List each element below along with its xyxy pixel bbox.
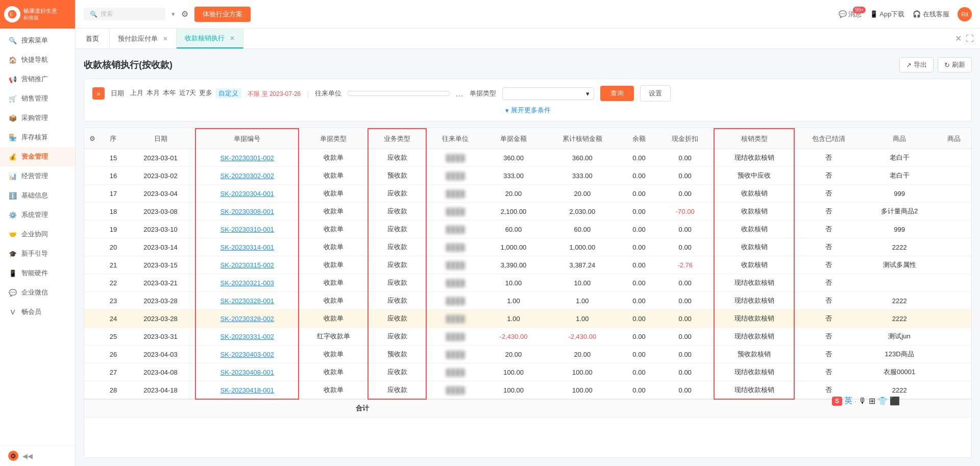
sidebar-item-basic[interactable]: ℹ️ 基础信息 <box>0 186 75 205</box>
date-link-this-month[interactable]: 本月 <box>146 88 160 99</box>
logo-sub: 标推版 <box>23 14 57 21</box>
table-cell: 0.00 <box>622 256 657 274</box>
member-icon: V <box>8 307 17 316</box>
sidebar-logo: 6 畅康道好生意 标推版 <box>0 0 75 29</box>
table-cell: ████ <box>426 256 484 274</box>
headset-icon: 🎧 <box>913 10 921 18</box>
table-cell: 否 <box>794 310 863 328</box>
logo-icon: 6 <box>4 6 20 22</box>
sidebar-item-finance[interactable]: 💰 资金管理 <box>0 147 75 166</box>
online-service[interactable]: 🎧 在线客服 <box>913 10 949 19</box>
table-cell: 2023-03-28 <box>126 292 195 310</box>
table-row: 282023-04-18SK-20230418-001收款单应收款████100… <box>84 381 971 400</box>
user-avatar[interactable]: Rit <box>958 7 972 21</box>
th-settings[interactable]: ⚙ <box>84 129 101 149</box>
table-cell: 收款单 <box>299 149 368 167</box>
date-link-more[interactable]: 更多 <box>199 88 212 99</box>
verify-type-cell: 现结收款核销 <box>714 274 794 292</box>
topbar-search[interactable]: 🔍 搜索 <box>84 8 165 20</box>
bill-no-cell[interactable]: SK-20230408-001 <box>195 363 299 381</box>
sidebar-item-member[interactable]: V 畅会员 <box>0 302 75 322</box>
table-cell: 否 <box>794 328 863 346</box>
tab-home[interactable]: 首页 <box>76 29 110 48</box>
settings-button[interactable]: 设置 <box>640 85 671 102</box>
bill-no-cell[interactable]: SK-20230315-002 <box>195 256 299 274</box>
sidebar-item-marketing[interactable]: 📢 营销推广 <box>0 69 75 89</box>
bill-no-cell[interactable]: SK-20230331-002 <box>195 328 299 346</box>
table-cell: 2023-03-01 <box>126 149 195 167</box>
bill-no-cell[interactable]: SK-20230403-002 <box>195 346 299 363</box>
table-cell: 2222 <box>863 310 936 328</box>
sidebar-item-corp[interactable]: 🤝 企业协同 <box>0 225 75 244</box>
bill-no-cell[interactable]: SK-20230310-001 <box>195 220 299 238</box>
partner-input[interactable] <box>348 91 450 96</box>
tab-close-window-icon[interactable]: ✕ <box>955 34 962 43</box>
table-cell: ████ <box>426 274 484 292</box>
refresh-button[interactable]: ↻ 刷新 <box>938 57 972 72</box>
bill-no-cell[interactable]: SK-20230308-001 <box>195 203 299 220</box>
date-link-last-month[interactable]: 上月 <box>130 88 143 99</box>
app-download[interactable]: 📱 App下载 <box>870 10 904 19</box>
sidebar-item-system[interactable]: ⚙️ 系统管理 <box>0 205 75 225</box>
bill-no-cell[interactable]: SK-20230302-002 <box>195 167 299 185</box>
bill-no-cell[interactable]: SK-20230304-001 <box>195 185 299 203</box>
table-cell <box>84 185 101 203</box>
tab-prepay[interactable]: 预付款应付单 ✕ <box>110 29 177 48</box>
table-cell: 0.00 <box>622 310 657 328</box>
sidebar-item-wechat[interactable]: 💬 企业微信 <box>0 283 75 302</box>
sidebar-item-operation[interactable]: 📊 经营管理 <box>0 166 75 186</box>
bill-no-cell[interactable]: SK-20230328-002 <box>195 310 299 328</box>
sidebar-item-guide[interactable]: 🎓 新手引导 <box>0 244 75 263</box>
topbar-settings-icon[interactable]: ⚙ <box>181 9 188 19</box>
table-cell: 22 <box>101 274 126 292</box>
footer-empty3 <box>126 399 195 418</box>
date-link-this-year[interactable]: 本年 <box>163 88 176 99</box>
sidebar-item-purchase[interactable]: 📦 采购管理 <box>0 108 75 128</box>
bill-no-cell[interactable]: SK-20230314-001 <box>195 238 299 256</box>
date-link-7days[interactable]: 近7天 <box>179 88 196 99</box>
table-row: 162023-03-02SK-20230302-002收款单预收款████333… <box>84 167 971 185</box>
bill-no-cell[interactable]: SK-20230418-001 <box>195 381 299 400</box>
sidebar-item-search[interactable]: 🔍 搜索菜单 <box>0 31 75 50</box>
settings-bottom-icon[interactable]: ⚙ <box>8 451 18 461</box>
th-biz-type: 业务类型 <box>368 129 426 149</box>
th-goods2: 商品 <box>936 129 971 149</box>
table-cell <box>936 185 971 203</box>
table-cell: 0.00 <box>656 363 714 381</box>
solution-button[interactable]: 体验行业方案 <box>194 7 251 22</box>
table-cell <box>84 238 101 256</box>
table-container: ⚙ 序 日期 单据编号 单据类型 业务类型 往来单位 单据金额 累计核销金额 余… <box>84 128 972 458</box>
bill-no-cell[interactable]: SK-20230321-003 <box>195 274 299 292</box>
filter-expand-row[interactable]: ▾ 展开更多条件 <box>92 106 963 115</box>
tab-collection[interactable]: 收款核销执行 ✕ <box>177 29 243 48</box>
sidebar-item-sales[interactable]: 🛒 销售管理 <box>0 89 75 108</box>
table-header-row: ⚙ 序 日期 单据编号 单据类型 业务类型 往来单位 单据金额 累计核销金额 余… <box>84 129 971 149</box>
corp-icon: 🤝 <box>8 230 17 239</box>
bill-type-select[interactable]: ▾ <box>502 87 594 100</box>
bill-no-cell[interactable]: SK-20230301-002 <box>195 149 299 167</box>
tab-collection-close[interactable]: ✕ <box>230 35 235 42</box>
sidebar-item-inventory[interactable]: 🏪 库存核算 <box>0 128 75 147</box>
notification-area[interactable]: 💬 消息 99+ <box>839 10 862 19</box>
filter-row: » 日期 上月 本月 本年 近7天 更多 自定义 不限 至 2023-07-26… <box>92 85 963 102</box>
sidebar-item-quicknav[interactable]: 🏠 快捷导航 <box>0 50 75 69</box>
filter-bar: » 日期 上月 本月 本年 近7天 更多 自定义 不限 至 2023-07-26… <box>84 79 972 121</box>
topbar: 🔍 搜索 ▾ ⚙ 体验行业方案 💬 消息 99+ 📱 App下载 🎧 在线客服 … <box>76 0 980 29</box>
table-cell: 0.00 <box>622 346 657 363</box>
footer-label: 合计 <box>299 399 426 418</box>
tab-prepay-close[interactable]: ✕ <box>163 35 168 42</box>
date-link-custom[interactable]: 自定义 <box>215 88 241 99</box>
filter-expand-button[interactable]: » <box>92 87 105 100</box>
verify-type-cell: 预收中应收 <box>714 167 794 185</box>
table-cell: 否 <box>794 167 863 185</box>
sidebar-item-hardware[interactable]: 📱 智能硬件 <box>0 263 75 283</box>
bill-no-cell[interactable]: SK-20230328-001 <box>195 292 299 310</box>
filter-dots[interactable]: ... <box>456 88 463 99</box>
th-bill-no: 单据编号 <box>195 129 299 149</box>
tab-fullscreen-icon[interactable]: ⛶ <box>966 34 974 43</box>
export-button[interactable]: ↗ 导出 <box>899 57 934 72</box>
dropdown-arrow[interactable]: ▾ <box>172 10 175 18</box>
sidebar-collapse-icon[interactable]: ◀◀ <box>22 452 33 460</box>
table-row: 242023-03-28SK-20230328-002收款单应收款████1.0… <box>84 310 971 328</box>
query-button[interactable]: 查询 <box>600 86 634 101</box>
